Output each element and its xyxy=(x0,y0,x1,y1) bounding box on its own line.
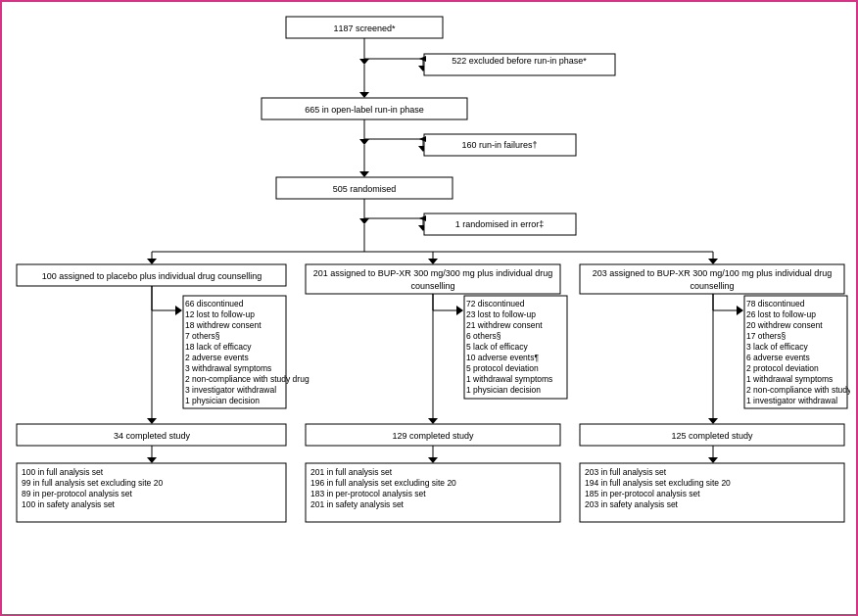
svg-text:6 others§: 6 others§ xyxy=(466,331,501,341)
svg-text:17 others§: 17 others§ xyxy=(746,331,786,341)
svg-text:3 withdrawal symptoms: 3 withdrawal symptoms xyxy=(185,363,271,373)
svg-text:2 non-compliance with study dr: 2 non-compliance with study drug xyxy=(746,385,850,395)
svg-text:66 discontinued: 66 discontinued xyxy=(185,299,244,308)
svg-marker-15 xyxy=(359,139,369,145)
svg-marker-94 xyxy=(428,418,438,424)
svg-text:100 assigned to placebo plus i: 100 assigned to placebo plus individual … xyxy=(42,271,262,281)
svg-text:505 randomised: 505 randomised xyxy=(333,184,397,194)
svg-text:18 withdrew consent: 18 withdrew consent xyxy=(185,320,262,330)
svg-marker-27 xyxy=(359,218,369,224)
flowchart: 1187 screened* 522 excluded before run-i… xyxy=(12,12,850,608)
svg-text:12 lost to follow-up: 12 lost to follow-up xyxy=(185,309,255,319)
svg-text:100 in full analysis set: 100 in full analysis set xyxy=(22,467,104,477)
svg-marker-41 xyxy=(708,259,718,264)
svg-text:203 in safety analysis set: 203 in safety analysis set xyxy=(585,499,679,509)
svg-marker-104 xyxy=(147,457,157,463)
svg-text:2 protocol deviation: 2 protocol deviation xyxy=(746,363,819,373)
svg-text:21 withdrew consent: 21 withdrew consent xyxy=(466,320,543,330)
svg-text:34 completed study: 34 completed study xyxy=(114,431,191,441)
svg-text:6 adverse events: 6 adverse events xyxy=(746,353,810,362)
svg-text:counselling: counselling xyxy=(410,281,454,291)
svg-marker-106 xyxy=(428,457,438,463)
svg-marker-23 xyxy=(359,171,369,177)
svg-marker-108 xyxy=(708,457,718,463)
svg-text:100 in safety analysis set: 100 in safety analysis set xyxy=(22,499,116,509)
svg-text:26 lost to follow-up: 26 lost to follow-up xyxy=(746,309,816,319)
svg-text:1 withdrawal symptoms: 1 withdrawal symptoms xyxy=(746,374,833,384)
svg-text:89 in per-protocol analysis se: 89 in per-protocol analysis set xyxy=(22,489,133,498)
svg-text:78 discontinued: 78 discontinued xyxy=(746,299,805,308)
page: 1187 screened* 522 excluded before run-i… xyxy=(0,0,858,616)
svg-marker-37 xyxy=(147,259,157,264)
svg-text:129 completed study: 129 completed study xyxy=(392,431,474,441)
svg-text:72 discontinued: 72 discontinued xyxy=(466,299,525,308)
svg-text:1 randomised in error‡: 1 randomised in error‡ xyxy=(455,219,545,229)
svg-text:1 physician decision: 1 physician decision xyxy=(185,396,260,405)
svg-marker-11 xyxy=(359,92,369,98)
svg-text:20 withdrew consent: 20 withdrew consent xyxy=(746,320,823,330)
svg-text:203 in full analysis set: 203 in full analysis set xyxy=(585,467,667,477)
svg-text:160 run-in failures†: 160 run-in failures† xyxy=(461,140,537,150)
svg-text:183 in per-protocol analysis s: 183 in per-protocol analysis set xyxy=(310,489,426,498)
svg-text:2 adverse events: 2 adverse events xyxy=(185,353,249,362)
svg-text:196 in full analysis set exclu: 196 in full analysis set excluding site … xyxy=(310,478,456,488)
svg-text:99 in full analysis set exclud: 99 in full analysis set excluding site 2… xyxy=(22,478,163,488)
svg-text:201 assigned to BUP-XR 300 mg/: 201 assigned to BUP-XR 300 mg/300 mg plu… xyxy=(313,268,553,278)
svg-text:10 adverse events¶: 10 adverse events¶ xyxy=(466,353,539,362)
svg-marker-66 xyxy=(456,306,463,315)
svg-marker-39 xyxy=(428,259,438,264)
svg-text:7 others§: 7 others§ xyxy=(185,331,220,341)
svg-marker-79 xyxy=(737,306,743,315)
svg-text:3 investigator withdrawal: 3 investigator withdrawal xyxy=(185,385,276,395)
svg-text:194 in full analysis set exclu: 194 in full analysis set excluding site … xyxy=(585,478,731,488)
svg-text:1 withdrawal symptoms: 1 withdrawal symptoms xyxy=(466,374,552,384)
svg-text:1 investigator withdrawal: 1 investigator withdrawal xyxy=(746,396,837,405)
svg-text:185 in per-protocol analysis s: 185 in per-protocol analysis set xyxy=(585,489,700,498)
svg-marker-92 xyxy=(147,418,157,424)
svg-text:522 excluded before run-in pha: 522 excluded before run-in phase* xyxy=(452,56,587,66)
svg-text:2 non-compliance with study dr: 2 non-compliance with study drug xyxy=(185,374,310,384)
svg-text:201 in safety analysis set: 201 in safety analysis set xyxy=(310,499,405,509)
svg-text:1 physician decision: 1 physician decision xyxy=(466,385,541,395)
svg-text:1187 screened*: 1187 screened* xyxy=(333,24,396,33)
svg-marker-96 xyxy=(708,418,718,424)
svg-text:203 assigned to BUP-XR 300 mg/: 203 assigned to BUP-XR 300 mg/100 mg plu… xyxy=(593,268,833,278)
svg-text:18 lack of efficacy: 18 lack of efficacy xyxy=(185,342,252,352)
svg-text:125 completed study: 125 completed study xyxy=(671,431,753,441)
svg-text:counselling: counselling xyxy=(690,281,734,291)
svg-text:201 in full analysis set: 201 in full analysis set xyxy=(310,467,393,477)
svg-text:5 lack of efficacy: 5 lack of efficacy xyxy=(466,342,528,352)
svg-marker-52 xyxy=(175,306,182,315)
svg-text:5 protocol deviation: 5 protocol deviation xyxy=(466,363,539,373)
svg-text:665 in open-label run-in phase: 665 in open-label run-in phase xyxy=(305,105,424,115)
svg-marker-3 xyxy=(359,59,369,65)
svg-text:23 lost to follow-up: 23 lost to follow-up xyxy=(466,309,536,319)
svg-text:3 lack of efficacy: 3 lack of efficacy xyxy=(746,342,808,352)
